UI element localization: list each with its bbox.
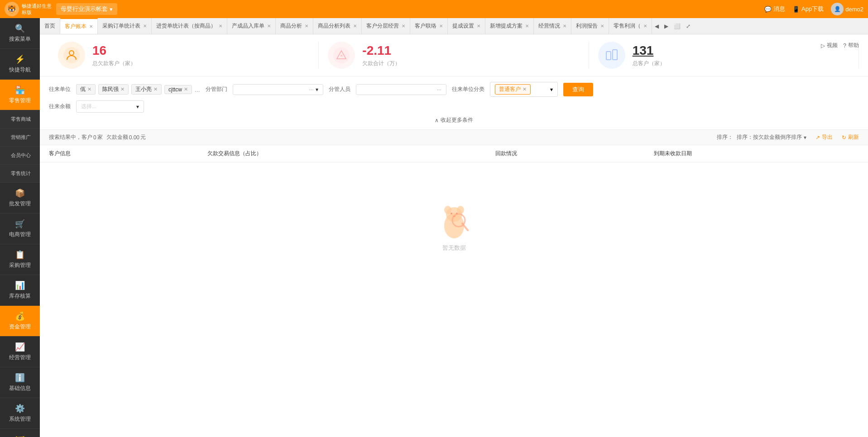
tab-nav-next[interactable]: ▶	[662, 18, 671, 34]
sidebar-item-finance[interactable]: 💰 资金管理	[0, 306, 40, 337]
category-tag-normal: 普通客户 ✕	[495, 84, 531, 95]
sidebar-item-system[interactable]: ⚙️ 系统管理	[0, 398, 40, 429]
message-button[interactable]: 💬 消息	[764, 5, 785, 13]
tab-boost-settings[interactable]: 提成设置 ✕	[448, 18, 485, 34]
tab-close-product-analysis[interactable]: ✕	[305, 24, 308, 28]
stat-icon-customers	[58, 42, 85, 69]
tab-close-purchase-stats[interactable]: ✕	[219, 24, 222, 28]
remove-tag-cjttcw[interactable]: ✕	[184, 86, 188, 92]
help-icon: ?	[843, 43, 846, 49]
sidebar-item-quicknav[interactable]: ⚡ 快捷导航	[0, 49, 40, 80]
sidebar-item-retail-stats[interactable]: 零售统计	[0, 165, 40, 183]
tab-close-customer-tier[interactable]: ✕	[402, 24, 405, 28]
stat-icon-total	[598, 42, 625, 69]
content-area: 首页 客户账本 ✕ 采购订单统计表 ✕ 进货单统计表（按商品） ✕ 产成品入库单…	[40, 18, 868, 437]
tab-nav-prev[interactable]: ◀	[652, 18, 662, 34]
collapse-button[interactable]: ∧ 收起更多条件	[435, 116, 473, 124]
tab-close-profit-report[interactable]: ✕	[600, 24, 604, 28]
stat-card-total: 131 总客户（家）	[589, 42, 859, 69]
remove-category-tag[interactable]: ✕	[523, 86, 527, 92]
tab-close-purchase-order[interactable]: ✕	[143, 24, 147, 28]
sidebar-item-marketing[interactable]: 营销推广	[0, 128, 40, 147]
sidebar-item-operation[interactable]: 📈 经营管理	[0, 337, 40, 367]
play-icon: ▷	[821, 43, 825, 49]
workspace-selector[interactable]: 母婴行业演示帐套 ▾	[56, 3, 117, 15]
svg-point-10	[451, 213, 452, 214]
tab-close-product-analysis-list[interactable]: ✕	[353, 24, 357, 28]
tab-close-new-boost[interactable]: ✕	[525, 24, 529, 28]
stat-info-total: 131 总客户（家）	[633, 43, 665, 67]
dept-chevron: ▾	[316, 86, 318, 93]
tab-close-customer-contact[interactable]: ✕	[439, 24, 443, 28]
sort-select[interactable]: 排序：按欠款金额倒序排序 ▾	[737, 133, 806, 141]
stat-card-customers: 16 总欠款客户（家）	[49, 42, 319, 69]
staff-more-icon: ···	[437, 86, 441, 93]
tab-close-product-stock[interactable]: ✕	[267, 24, 271, 28]
sidebar-item-ecommerce[interactable]: 🛒 电商管理	[0, 214, 40, 244]
filter-tag-chen: 陈民强 ✕	[98, 84, 129, 95]
sidebar-item-inventory[interactable]: 📊 库存核算	[0, 275, 40, 306]
sidebar-item-enterprise[interactable]: 🤝 企业协同	[0, 429, 40, 437]
tab-retail-profit[interactable]: 零售利润（ ✕	[609, 18, 652, 34]
tab-restore[interactable]: ⤢	[683, 18, 693, 34]
help-btn[interactable]: ? 帮助	[843, 42, 859, 49]
balance-chevron: ▾	[136, 104, 139, 110]
tab-home[interactable]: 首页	[40, 18, 60, 34]
tab-close-operation[interactable]: ✕	[563, 24, 566, 28]
query-button[interactable]: 查询	[563, 83, 593, 96]
tab-close-customer-account[interactable]: ✕	[89, 24, 93, 29]
total-value: 131	[633, 43, 665, 58]
refresh-button[interactable]: ↻ 刷新	[842, 133, 859, 141]
tab-customer-contact[interactable]: 客户联络 ✕	[410, 18, 448, 34]
filter-tag-wa: 佤 ✕	[76, 84, 96, 95]
collapse-icon: ∧	[435, 117, 439, 124]
tab-new-boost[interactable]: 新增提成方案 ✕	[485, 18, 534, 34]
staff-select[interactable]: ···	[356, 84, 446, 95]
tab-bar: 首页 客户账本 ✕ 采购订单统计表 ✕ 进货单统计表（按商品） ✕ 产成品入库单…	[40, 18, 868, 34]
tab-maximize[interactable]: ⬜	[671, 18, 683, 34]
sidebar-item-member[interactable]: 会员中心	[0, 147, 40, 165]
debt-label: 欠款合计（万）	[362, 60, 400, 67]
tab-product-analysis-list[interactable]: 商品分析列表 ✕	[313, 18, 362, 34]
tab-profit-report[interactable]: 利润报告 ✕	[571, 18, 609, 34]
sidebar-item-purchase[interactable]: 📋 采购管理	[0, 244, 40, 275]
tab-operation[interactable]: 经营情况 ✕	[534, 18, 571, 34]
tab-customer-tier[interactable]: 客户分层经营 ✕	[362, 18, 410, 34]
more-tags-button[interactable]: ...	[195, 86, 200, 93]
total-label: 总客户（家）	[633, 60, 665, 67]
dept-select[interactable]: ··· ▾	[233, 84, 323, 95]
unit-filter-tags: 佤 ✕ 陈民强 ✕ 王小亮 ✕	[76, 84, 200, 95]
sidebar-item-basic-info[interactable]: ℹ️ 基础信息	[0, 367, 40, 398]
inventory-icon: 📊	[15, 280, 25, 290]
search-icon: 🔍	[15, 24, 25, 33]
sidebar-item-search[interactable]: 🔍 搜索菜单	[0, 18, 40, 49]
balance-select[interactable]: 选择... ▾	[76, 100, 144, 113]
video-btn[interactable]: ▷ 视频	[821, 42, 838, 49]
sidebar-item-retail[interactable]: 🏪 零售管理	[0, 80, 40, 110]
stat-info-debt: -2.11 欠款合计（万）	[362, 43, 400, 67]
top-bar: 🐯 畅捷通好生意 标版 母婴行业演示帐套 ▾ 💬 消息 📱 App下载 👤 de…	[0, 0, 868, 18]
tab-customer-account[interactable]: 客户账本 ✕	[60, 18, 98, 34]
tab-close-retail-profit[interactable]: ✕	[643, 24, 647, 28]
category-filter-label: 往来单位分类	[452, 86, 484, 93]
remove-tag-wang[interactable]: ✕	[153, 86, 158, 92]
user-menu[interactable]: 👤 demo2	[831, 3, 863, 15]
export-button[interactable]: ↗ 导出	[815, 133, 833, 141]
app-container: 🐯 畅捷通好生意 标版 母婴行业演示帐套 ▾ 💬 消息 📱 App下载 👤 de…	[0, 0, 868, 437]
app-download-button[interactable]: 📱 App下载	[792, 5, 824, 13]
tab-purchase-stats[interactable]: 进货单统计表（按商品） ✕	[152, 18, 227, 34]
ecommerce-icon: 🛒	[15, 219, 25, 229]
sidebar-item-wholesale[interactable]: 📦 批发管理	[0, 183, 40, 214]
tab-close-boost-settings[interactable]: ✕	[477, 24, 480, 28]
sidebar-item-retail-mall[interactable]: 零售商城	[0, 110, 40, 128]
category-select[interactable]: 普通客户 ✕ ▾	[490, 82, 558, 97]
remove-tag-wa[interactable]: ✕	[87, 86, 91, 92]
data-table: 客户信息 欠款交易信息（占比） 回款情况 到期未收款日期	[40, 145, 868, 162]
remove-tag-chen[interactable]: ✕	[120, 86, 125, 92]
avatar: 👤	[831, 3, 844, 15]
tab-product-analysis[interactable]: 商品分析 ✕	[276, 18, 313, 34]
tab-purchase-order[interactable]: 采购订单统计表 ✕	[98, 18, 152, 34]
logo-text: 畅捷通好生意 标版	[22, 3, 52, 16]
tab-product-stock[interactable]: 产成品入库单 ✕	[227, 18, 276, 34]
filter-row-2: 往来余额 选择... ▾	[49, 100, 859, 113]
